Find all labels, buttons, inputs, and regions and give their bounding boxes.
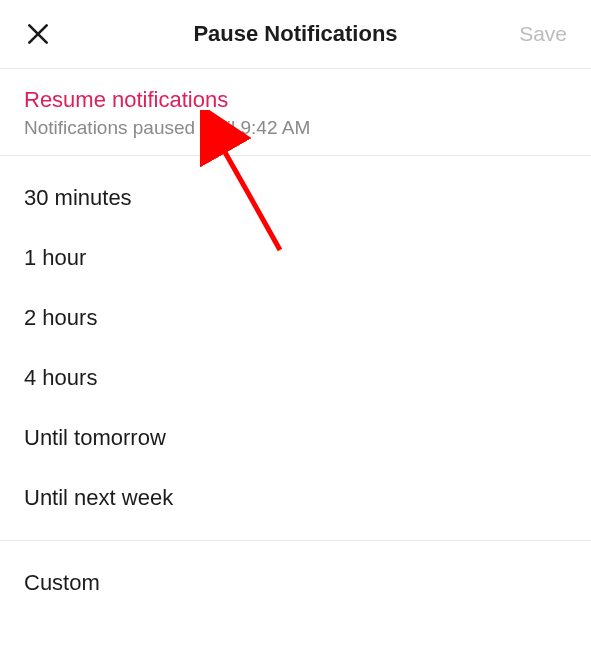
close-icon: [25, 21, 51, 47]
save-button[interactable]: Save: [519, 22, 567, 46]
close-button[interactable]: [24, 20, 52, 48]
option-2-hours[interactable]: 2 hours: [0, 288, 591, 348]
option-until-tomorrow[interactable]: Until tomorrow: [0, 408, 591, 468]
page-title: Pause Notifications: [193, 21, 397, 47]
resume-section: Resume notifications Notifications pause…: [0, 69, 591, 155]
option-custom[interactable]: Custom: [0, 553, 591, 613]
pause-status-text: Notifications paused until 9:42 AM: [24, 117, 567, 139]
duration-options-list: 30 minutes 1 hour 2 hours 4 hours Until …: [0, 156, 591, 540]
option-30-minutes[interactable]: 30 minutes: [0, 168, 591, 228]
option-1-hour[interactable]: 1 hour: [0, 228, 591, 288]
custom-section: Custom: [0, 541, 591, 625]
header: Pause Notifications Save: [0, 0, 591, 68]
option-until-next-week[interactable]: Until next week: [0, 468, 591, 528]
resume-notifications-link[interactable]: Resume notifications: [24, 87, 567, 113]
option-4-hours[interactable]: 4 hours: [0, 348, 591, 408]
